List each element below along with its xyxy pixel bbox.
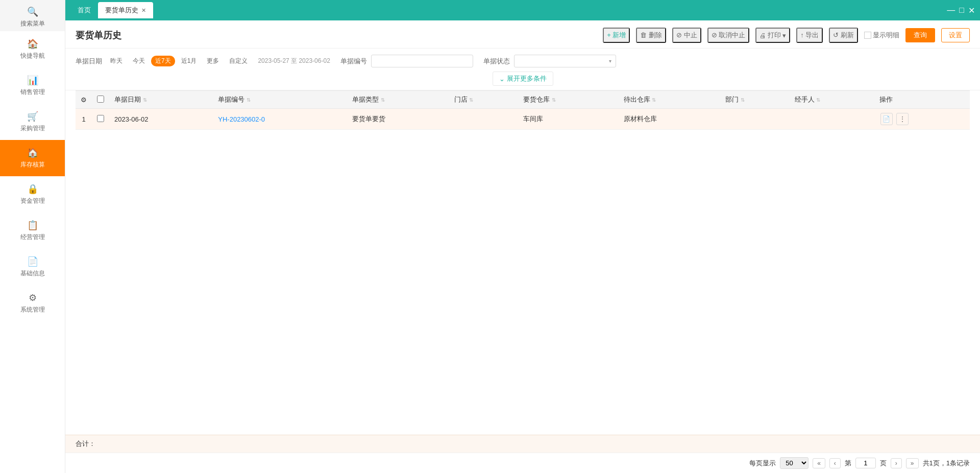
- print-label: 打印: [768, 31, 781, 40]
- sidebar-item-system[interactable]: ⚙ 系统管理: [0, 285, 65, 321]
- window-maximize-icon[interactable]: □: [959, 6, 964, 15]
- date-btn-last7days[interactable]: 近7天: [151, 56, 175, 66]
- sidebar: 🔍 搜索菜单 🏠 快捷导航 📊 销售管理 🛒 采购管理 🏠 库存核算 🔒 资金管…: [0, 0, 65, 473]
- th-doc-num-sort-icon[interactable]: ⇅: [247, 97, 251, 103]
- filter-row-1: 单据日期 昨天 今天 近7天 近1月 更多 自定义 2023-05-27 至 2…: [76, 55, 970, 67]
- sidebar-item-finance[interactable]: 🔒 资金管理: [0, 176, 65, 212]
- row-op-more-button[interactable]: ⋮: [896, 113, 909, 125]
- print-arrow-icon: ▾: [782, 32, 786, 39]
- row-num: 1: [76, 109, 92, 130]
- settings-button[interactable]: 设置: [941, 28, 970, 42]
- tab-requisition-history-label: 要货单历史: [105, 6, 138, 15]
- page-title: 要货单历史: [76, 29, 121, 41]
- date-btn-more[interactable]: 更多: [203, 56, 223, 66]
- sidebar-item-purchase[interactable]: 🛒 采购管理: [0, 104, 65, 140]
- sidebar-item-sales-label: 销售管理: [20, 88, 45, 97]
- date-btn-yesterday[interactable]: 昨天: [106, 56, 127, 66]
- prev-page-button[interactable]: ‹: [829, 458, 841, 468]
- page-size-label: 每页显示: [749, 459, 776, 468]
- th-doc-num: 单据编号 ⇅: [213, 91, 347, 109]
- query-button[interactable]: 查询: [905, 28, 935, 42]
- th-settings: ⚙: [76, 91, 92, 109]
- display-detail-checkbox[interactable]: [864, 32, 871, 39]
- sidebar-item-quick-nav[interactable]: 🏠 快捷导航: [0, 31, 65, 67]
- row-op-view-button[interactable]: 📄: [880, 113, 893, 125]
- row-doc-num-link[interactable]: YH-20230602-0: [218, 115, 265, 123]
- window-controls: — □ ✕: [947, 6, 975, 15]
- filter-area: 单据日期 昨天 今天 近7天 近1月 更多 自定义 2023-05-27 至 2…: [65, 49, 980, 90]
- date-btn-custom[interactable]: 自定义: [225, 56, 252, 66]
- window-close-icon[interactable]: ✕: [968, 6, 975, 15]
- export-button[interactable]: ↑ 导出: [796, 28, 823, 43]
- data-table: ⚙ 单据日期 ⇅ 单据编号 ⇅: [76, 90, 970, 130]
- sidebar-item-sales[interactable]: 📊 销售管理: [0, 67, 65, 104]
- date-range-display: 2023-05-27 至 2023-06-02: [258, 57, 330, 65]
- row-doc-type: 要货单要货: [347, 109, 449, 130]
- th-date: 单据日期 ⇅: [109, 91, 213, 109]
- first-page-button[interactable]: «: [813, 458, 825, 468]
- th-req-warehouse-sort-icon[interactable]: ⇅: [552, 97, 556, 103]
- expand-more-button[interactable]: ⌄ 展开更多条件: [493, 72, 553, 86]
- sidebar-item-inventory[interactable]: 🏠 库存核算: [0, 140, 65, 176]
- sidebar-item-quick-nav-label: 快捷导航: [20, 52, 45, 60]
- delete-button[interactable]: 🗑 删除: [636, 28, 666, 43]
- footer-total-label: 合计：: [76, 440, 95, 447]
- stop-button[interactable]: ⊘ 中止: [672, 28, 701, 43]
- sidebar-item-basic-info[interactable]: 📄 基础信息: [0, 249, 65, 285]
- window-minimize-icon[interactable]: —: [947, 6, 955, 15]
- th-department-label: 部门: [725, 96, 739, 103]
- doc-number-label: 单据编号: [340, 57, 367, 66]
- th-store: 门店 ⇅: [449, 91, 518, 109]
- display-detail-toggle[interactable]: 显示明细: [864, 31, 899, 40]
- th-handler-sort-icon[interactable]: ⇅: [816, 97, 820, 103]
- th-department-sort-icon[interactable]: ⇅: [741, 97, 745, 103]
- table-footer: 合计：: [65, 435, 980, 453]
- page-number-input[interactable]: [855, 458, 876, 468]
- page-label: 第: [845, 459, 851, 468]
- sidebar-item-operations[interactable]: 📋 经营管理: [0, 212, 65, 249]
- home-icon: 🏠: [27, 38, 38, 50]
- status-select-arrow-icon: ▾: [609, 58, 616, 64]
- date-btn-last1month[interactable]: 近1月: [177, 56, 201, 66]
- th-department: 部门 ⇅: [720, 91, 789, 109]
- date-btn-today[interactable]: 今天: [129, 56, 149, 66]
- doc-number-input[interactable]: [371, 55, 473, 67]
- sidebar-item-finance-label: 资金管理: [20, 197, 45, 205]
- sales-icon: 📊: [27, 75, 38, 86]
- th-doc-type-sort-icon[interactable]: ⇅: [381, 97, 385, 103]
- tab-requisition-history[interactable]: 要货单历史 ✕: [98, 2, 153, 18]
- refresh-button[interactable]: ↺ 刷新: [829, 28, 858, 43]
- status-filter-group: 单据状态 ▾: [483, 55, 616, 67]
- row-doc-num: YH-20230602-0: [213, 109, 347, 130]
- basic-info-icon: 📄: [27, 256, 38, 267]
- th-date-sort-icon[interactable]: ⇅: [143, 97, 147, 103]
- page-header: 要货单历史 + 新增 🗑 删除 ⊘ 中止 ⊘ 取消中止 🖨 打印 ▾ ↑ 导出 …: [65, 20, 980, 49]
- tab-home[interactable]: 首页: [70, 2, 98, 18]
- status-label: 单据状态: [483, 57, 510, 66]
- last-page-button[interactable]: »: [906, 458, 919, 468]
- table-area: ⚙ 单据日期 ⇅ 单据编号 ⇅: [65, 90, 980, 435]
- date-shortcuts: 昨天 今天 近7天 近1月 更多 自定义: [106, 56, 252, 66]
- th-req-warehouse: 要货仓库 ⇅: [518, 91, 619, 109]
- date-filter-label: 单据日期: [76, 57, 102, 66]
- th-doc-type-label: 单据类型: [352, 96, 379, 103]
- system-icon: ⚙: [29, 292, 37, 303]
- print-button[interactable]: 🖨 打印 ▾: [755, 28, 790, 43]
- finance-icon: 🔒: [27, 183, 38, 195]
- next-page-button[interactable]: ›: [891, 458, 902, 468]
- new-button[interactable]: + 新增: [603, 28, 630, 43]
- row-store: [449, 109, 518, 130]
- cancel-stop-button[interactable]: ⊘ 取消中止: [707, 28, 750, 43]
- row-checkbox[interactable]: [97, 115, 104, 122]
- page-content: 要货单历史 + 新增 🗑 删除 ⊘ 中止 ⊘ 取消中止 🖨 打印 ▾ ↑ 导出 …: [65, 20, 980, 473]
- status-select[interactable]: [514, 55, 609, 67]
- sidebar-item-search[interactable]: 🔍 搜索菜单: [0, 0, 65, 31]
- row-department: [720, 109, 789, 130]
- settings-col-icon[interactable]: ⚙: [81, 96, 87, 104]
- select-all-checkbox[interactable]: [97, 96, 104, 103]
- total-info: 共1页，1条记录: [923, 459, 970, 468]
- th-store-sort-icon[interactable]: ⇅: [469, 97, 473, 103]
- th-pending-warehouse-sort-icon[interactable]: ⇅: [652, 97, 656, 103]
- page-size-select[interactable]: 50 20 100 200: [780, 457, 808, 469]
- tab-close-icon[interactable]: ✕: [141, 7, 146, 14]
